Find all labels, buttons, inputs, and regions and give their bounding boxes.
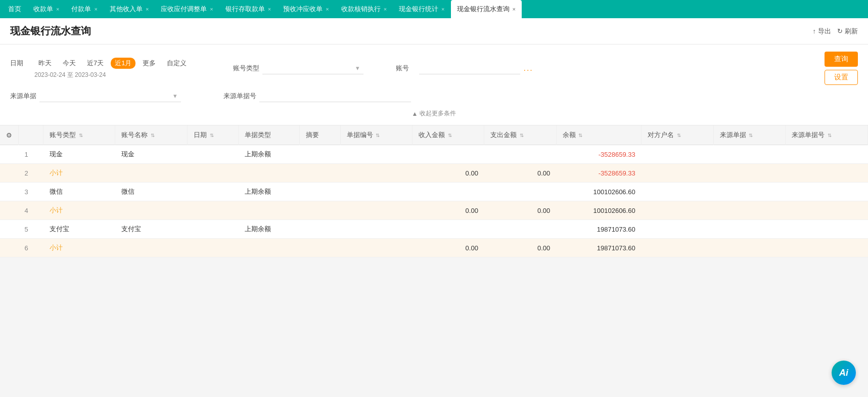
cell-account-type: 现金	[43, 145, 115, 164]
col-doc-type: 单据类型	[239, 125, 300, 145]
date-opt-custom[interactable]: 自定义	[163, 58, 191, 69]
cell-source-doc	[713, 164, 785, 183]
page-title: 现金银行流水查询	[10, 24, 91, 38]
cell-gear	[0, 201, 19, 220]
cell-balance: -3528659.33	[556, 164, 641, 183]
cell-source-doc	[713, 183, 785, 201]
col-account-type[interactable]: 账号类型 ⇅	[43, 125, 115, 145]
cell-account-name: 现金	[115, 145, 187, 164]
nav-bank-deposit-close[interactable]: ×	[268, 6, 271, 12]
nav-receipts[interactable]: 收款单 ×	[27, 0, 65, 18]
table-row: 3 微信 微信 上期余额 100102606.60	[0, 183, 868, 201]
nav-arb-adjust-close[interactable]: ×	[210, 6, 213, 12]
query-button[interactable]: 查询	[825, 52, 858, 67]
date-opt-today[interactable]: 今天	[59, 58, 80, 69]
nav-home[interactable]: 首页	[2, 0, 27, 18]
cell-doc-no	[340, 220, 412, 239]
collapse-button[interactable]: ▲ 收起更多条件	[10, 107, 858, 120]
col-doc-no[interactable]: 单据编号 ⇅	[340, 125, 412, 145]
date-range-text: 2023-02-24 至 2023-03-24	[34, 71, 106, 78]
cell-date	[187, 220, 239, 239]
cell-source-doc-no	[786, 220, 868, 239]
cell-source-doc	[713, 220, 785, 239]
cell-doc-type: 上期余额	[239, 220, 300, 239]
account-type-filter: 账号类型	[233, 62, 363, 74]
nav-cash-bank-flow-label: 现金银行流水查询	[457, 5, 510, 14]
export-button[interactable]: ↑ 导出	[813, 27, 832, 36]
nav-receipt-exec-close[interactable]: ×	[384, 6, 387, 12]
nav-other-income[interactable]: 其他收入单 ×	[104, 0, 155, 18]
nav-cash-bank-stat[interactable]: 现金银行统计 ×	[393, 0, 450, 18]
cell-counterparty	[642, 220, 713, 239]
nav-prepay-offset[interactable]: 预收冲应收单 ×	[277, 0, 335, 18]
cell-income: 0.00	[412, 201, 484, 220]
cell-counterparty	[642, 164, 713, 183]
nav-payments[interactable]: 付款单 ×	[65, 0, 103, 18]
nav-cash-bank-stat-label: 现金银行统计	[399, 5, 438, 14]
col-source-doc[interactable]: 来源单据 ⇅	[713, 125, 785, 145]
nav-payments-close[interactable]: ×	[94, 6, 97, 12]
col-expense[interactable]: 支出金额 ⇅	[484, 125, 556, 145]
cell-expense: 0.00	[484, 239, 556, 257]
cell-source-doc-no	[786, 239, 868, 257]
account-filter: 账号 ...	[396, 62, 533, 74]
export-icon: ↑	[813, 27, 816, 35]
source-doc-no-input[interactable]	[259, 90, 411, 102]
source-doc-select[interactable]	[39, 90, 181, 102]
cell-counterparty	[642, 239, 713, 257]
cell-source-doc	[713, 145, 785, 164]
source-doc-no-label: 来源单据号	[223, 92, 256, 101]
cell-source-doc-no	[786, 201, 868, 220]
date-opt-7days[interactable]: 近7天	[83, 58, 108, 69]
cell-doc-no	[340, 239, 412, 257]
nav-receipts-close[interactable]: ×	[56, 6, 59, 12]
cell-date	[187, 183, 239, 201]
account-label: 账号	[396, 64, 416, 73]
cell-counterparty	[642, 201, 713, 220]
cell-idx: 5	[19, 220, 43, 239]
cell-account-type: 微信	[43, 183, 115, 201]
refresh-button[interactable]: ↻ 刷新	[837, 27, 858, 36]
cell-expense: 0.00	[484, 201, 556, 220]
nav-prepay-offset-close[interactable]: ×	[326, 6, 329, 12]
cell-income	[412, 145, 484, 164]
nav-arb-adjust-label: 应收应付调整单	[161, 5, 207, 14]
refresh-icon: ↻	[837, 27, 843, 35]
account-type-select[interactable]	[262, 62, 363, 74]
col-gear[interactable]: ⚙	[0, 125, 19, 145]
cell-account-name	[115, 164, 187, 183]
nav-cash-bank-stat-close[interactable]: ×	[441, 6, 444, 12]
col-account-name[interactable]: 账号名称 ⇅	[115, 125, 187, 145]
cell-account-name	[115, 239, 187, 257]
nav-cash-bank-flow[interactable]: 现金银行流水查询 ×	[451, 0, 522, 18]
nav-receipt-exec[interactable]: 收款核销执行 ×	[335, 0, 393, 18]
nav-other-income-close[interactable]: ×	[146, 6, 149, 12]
nav-bank-deposit[interactable]: 银行存取款单 ×	[219, 0, 277, 18]
collapse-up-icon: ▲	[412, 110, 418, 117]
nav-arb-adjust[interactable]: 应收应付调整单 ×	[155, 0, 219, 18]
cell-income: 0.00	[412, 164, 484, 183]
cell-income: 0.00	[412, 239, 484, 257]
cell-summary	[300, 220, 340, 239]
cell-expense: 0.00	[484, 164, 556, 183]
col-counterparty[interactable]: 对方户名 ⇅	[642, 125, 713, 145]
nav-receipts-label: 收款单	[33, 5, 53, 14]
cell-source-doc-no	[786, 145, 868, 164]
cell-summary	[300, 201, 340, 220]
col-balance[interactable]: 余额 ⇅	[556, 125, 641, 145]
settings-button[interactable]: 设置	[825, 70, 858, 85]
cell-doc-type: 上期余额	[239, 183, 300, 201]
date-opt-1month[interactable]: 近1月	[111, 58, 135, 69]
cell-doc-no	[340, 164, 412, 183]
col-income[interactable]: 收入金额 ⇅	[412, 125, 484, 145]
table-row: 6 小计 0.00 0.00 19871073.60	[0, 239, 868, 257]
cell-source-doc-no	[786, 164, 868, 183]
filter-area: 日期 昨天 今天 近7天 近1月 更多 自定义 2023-02-24 至 202…	[0, 45, 868, 125]
date-opt-more[interactable]: 更多	[139, 58, 160, 69]
nav-cash-bank-flow-close[interactable]: ×	[513, 6, 516, 12]
account-dots-btn[interactable]: ...	[523, 64, 533, 73]
account-input[interactable]	[419, 62, 520, 74]
col-date[interactable]: 日期 ⇅	[187, 125, 239, 145]
col-source-doc-no[interactable]: 来源单据号 ⇅	[786, 125, 868, 145]
date-opt-yesterday[interactable]: 昨天	[34, 58, 56, 69]
